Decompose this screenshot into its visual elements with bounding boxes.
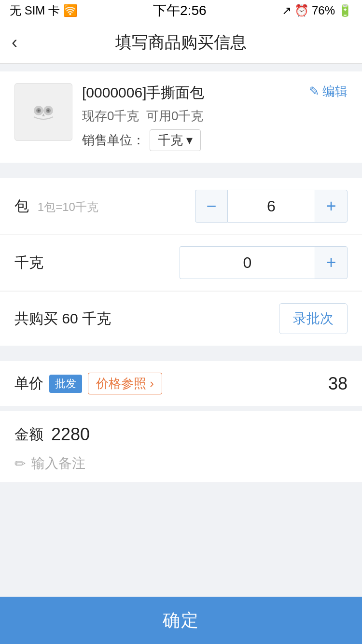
product-section: [0000006]手撕面包 现存0千克 可用0千克 销售单位： 千克 ▾ ✎ 编…: [0, 71, 362, 163]
alarm-icon: ⏰: [294, 4, 309, 17]
edit-button[interactable]: ✎ 编辑: [309, 83, 348, 100]
sim-status: 无 SIM 卡 🛜: [10, 3, 78, 18]
pencil-icon: ✏: [14, 456, 26, 472]
svg-point-4: [38, 110, 40, 112]
increase-kg-button[interactable]: +: [315, 246, 348, 279]
increase-bao-button[interactable]: +: [315, 190, 348, 223]
section-divider-1: [0, 163, 362, 170]
svg-point-5: [47, 110, 49, 112]
quantity-row-kg: 千克 +: [0, 235, 362, 291]
price-left: 单价 批发 价格参照 ›: [14, 373, 162, 394]
price-value: 38: [328, 374, 348, 394]
total-text: 共购买 60 千克: [14, 309, 111, 329]
price-label: 单价: [14, 374, 43, 393]
battery-level: 76%: [312, 4, 335, 17]
product-name: [0000006]手撕面包: [82, 83, 348, 103]
product-stock: 现存0千克 可用0千克: [82, 108, 348, 125]
section-divider-2: [0, 346, 362, 353]
quantity-controls-bao: − +: [195, 190, 348, 223]
quantity-controls-kg: +: [180, 246, 348, 279]
status-bar: 无 SIM 卡 🛜 下午2:56 ↗ ⏰ 76% 🔋: [0, 0, 362, 21]
product-info: [0000006]手撕面包 现存0千克 可用0千克 销售单位： 千克 ▾: [82, 83, 348, 151]
status-left: 无 SIM 卡 🛜: [10, 3, 78, 18]
unit-label: 销售单位：: [82, 132, 145, 149]
unit-select[interactable]: 千克 ▾: [150, 129, 201, 151]
confirm-button[interactable]: 确定: [0, 597, 362, 644]
amount-label: 金额: [14, 425, 43, 445]
quantity-input-bao[interactable]: [228, 190, 315, 223]
price-tag: 批发: [49, 375, 82, 393]
product-unit-row: 销售单位： 千克 ▾: [82, 129, 348, 151]
amount-section: 金额 2280 ✏ 输入备注: [0, 406, 362, 482]
svg-marker-6: [42, 113, 45, 116]
decrease-bao-button[interactable]: −: [195, 190, 228, 223]
price-section: 单价 批发 价格参照 › 38: [0, 361, 362, 406]
price-reference-button[interactable]: 价格参照 ›: [88, 373, 162, 394]
quantity-hint-bao: 1包=10千克: [38, 200, 98, 213]
edit-label: 编辑: [322, 83, 348, 100]
amount-value: 2280: [51, 424, 90, 445]
total-row: 共购买 60 千克 录批次: [0, 291, 362, 346]
quantity-input-kg[interactable]: [180, 246, 315, 279]
back-button[interactable]: ‹: [12, 32, 17, 53]
price-row: 单价 批发 价格参照 › 38: [14, 373, 348, 394]
quantity-label-kg: 千克: [14, 253, 43, 273]
record-batch-button[interactable]: 录批次: [279, 303, 348, 334]
battery-icon: 🔋: [338, 4, 352, 17]
page-title: 填写商品购买信息: [115, 31, 247, 54]
location-icon: ↗: [282, 4, 292, 17]
quantity-row-bao: 包 1包=10千克 − +: [0, 178, 362, 235]
quantity-section: 包 1包=10千克 − + 千克 + 共购买 60 千克 录批次: [0, 178, 362, 346]
status-time: 下午2:56: [153, 1, 207, 20]
amount-row: 金额 2280: [14, 424, 348, 445]
quantity-label-bao: 包 1包=10千克: [14, 196, 98, 216]
product-image: [14, 83, 72, 141]
nav-bar: ‹ 填写商品购买信息: [0, 21, 362, 64]
remark-row[interactable]: ✏ 输入备注: [14, 454, 348, 473]
remark-placeholder: 输入备注: [31, 454, 85, 473]
status-right: ↗ ⏰ 76% 🔋: [282, 4, 352, 17]
edit-icon: ✎: [309, 84, 320, 99]
